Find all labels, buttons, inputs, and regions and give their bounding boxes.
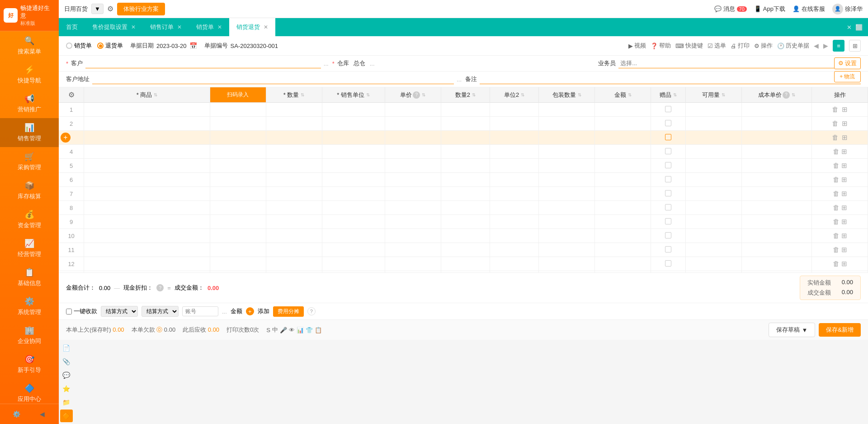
customer-dots[interactable]: ...	[324, 60, 329, 67]
amount-cell-2[interactable]	[595, 117, 651, 131]
sidebar-item-inventory[interactable]: 📦 库存核算	[0, 176, 59, 205]
gift-checkbox-3[interactable]	[665, 134, 671, 140]
price-cell-3[interactable]	[385, 131, 441, 145]
qty2-cell-1[interactable]	[441, 103, 490, 117]
product-cell-2[interactable]	[84, 117, 210, 131]
tool-icon-7[interactable]: 📋	[315, 327, 322, 333]
copy-row-9-btn[interactable]: ⊞	[840, 217, 848, 227]
delete-row-4-btn[interactable]: 🗑	[832, 147, 840, 156]
qty2-cell-3[interactable]	[441, 131, 490, 145]
tab-home[interactable]: 首页	[59, 18, 85, 36]
footer-settings-btn[interactable]: ⚙️	[10, 408, 23, 420]
pack-qty-cell-1[interactable]	[539, 103, 595, 117]
delete-row-6-btn[interactable]: 🗑	[832, 175, 840, 184]
tab-sales-bill[interactable]: 销货单 ✕	[189, 18, 229, 36]
price-cell-2[interactable]	[385, 117, 441, 131]
sidebar-item-basic[interactable]: 📋 基础信息	[0, 263, 59, 292]
payment-method-select[interactable]: 结算方式	[101, 306, 138, 317]
delete-row-9-btn[interactable]: 🗑	[832, 217, 840, 226]
copy-row-6-btn[interactable]: ⊞	[840, 175, 848, 185]
sidebar-item-sales[interactable]: 📊 销售管理	[0, 118, 59, 147]
tool-icon-1[interactable]: S	[266, 327, 270, 333]
fee-help-btn[interactable]: ?	[307, 307, 316, 315]
add-row-btn[interactable]: +	[61, 133, 71, 143]
amount-cell-3[interactable]	[595, 131, 651, 145]
copy-row-8-btn[interactable]: ⊞	[840, 203, 848, 213]
sidebar-item-enterprise[interactable]: 🏢 企业协同	[0, 321, 59, 350]
discount-help-icon[interactable]: ?	[156, 284, 164, 291]
copy-row-7-btn[interactable]: ⊞	[840, 189, 848, 199]
fee-split-btn[interactable]: 费用分摊	[273, 306, 304, 317]
delete-row-5-btn[interactable]: 🗑	[832, 161, 840, 170]
scan-btn[interactable]: 扫码录入	[223, 90, 252, 100]
payment-dots[interactable]: ...	[222, 308, 227, 315]
sidebar-item-marketing[interactable]: 📢 营销推广	[0, 89, 59, 118]
save-new-btn[interactable]: 保存&新增	[819, 323, 861, 337]
shortcut-btn[interactable]: ⌨ 快捷键	[675, 42, 703, 50]
sidebar-item-newuser[interactable]: 🎯 新手引导	[0, 350, 59, 379]
delete-row-12-btn[interactable]: 🗑	[832, 259, 840, 268]
sale-unit-cell-3[interactable]	[322, 131, 385, 145]
delete-row-8-btn[interactable]: 🗑	[832, 203, 840, 212]
unit2-cell-3[interactable]	[490, 131, 539, 145]
tab-close-sales-bill[interactable]: ✕	[217, 24, 222, 30]
sidebar-item-finance[interactable]: 💰 资金管理	[0, 205, 59, 234]
copy-row-11-btn[interactable]: ⊞	[840, 245, 848, 255]
history-btn[interactable]: 🕐 历史单据	[777, 42, 809, 50]
sale-unit-cell-2[interactable]	[322, 117, 385, 131]
view-grid-btn[interactable]: ⊞	[849, 40, 861, 52]
online-service-btn[interactable]: 👤 在线客服	[793, 5, 825, 13]
help-btn[interactable]: ❓ 帮助	[651, 42, 671, 50]
price-help-icon[interactable]: ?	[413, 91, 420, 99]
sidebar-item-apps[interactable]: 🔷 应用中心	[0, 379, 59, 404]
app-download-btn[interactable]: 📱 App下载	[754, 5, 785, 13]
qty2-cell-2[interactable]	[441, 117, 490, 131]
col-settings-btn[interactable]: ⚙	[68, 91, 75, 99]
copy-row-5-btn[interactable]: ⊞	[840, 161, 848, 171]
cost-price-help-icon[interactable]: ?	[783, 91, 790, 99]
footer-collapse-btn[interactable]: ◀	[36, 408, 49, 420]
copy-row-1-btn[interactable]: ⊞	[841, 105, 849, 114]
gift-checkbox-1[interactable]	[665, 106, 671, 112]
delete-row-2-btn[interactable]: 🗑	[831, 119, 840, 128]
tool-icon-6[interactable]: 👕	[306, 327, 313, 333]
float-btn-6[interactable]: 🔶	[60, 410, 73, 422]
radio-return[interactable]: 退货单	[97, 42, 123, 50]
gift-checkbox-2[interactable]	[665, 120, 671, 126]
experience-btn[interactable]: 体验行业方案	[117, 3, 165, 15]
product-input-3[interactable]	[86, 134, 208, 141]
tab-close-price-extract[interactable]: ✕	[131, 24, 136, 30]
nav-prev-btn[interactable]: ◀	[814, 42, 819, 49]
delete-row-11-btn[interactable]: 🗑	[832, 245, 840, 254]
tab-close-sales-return[interactable]: ✕	[264, 24, 268, 30]
operate-btn[interactable]: ⚙ 操作	[754, 42, 773, 50]
unit2-cell-2[interactable]	[490, 117, 539, 131]
product-cell-3[interactable]	[84, 131, 210, 145]
tool-icon-2[interactable]: 中	[272, 326, 278, 334]
add-payment-btn[interactable]: +	[246, 307, 254, 315]
amount-cell-1[interactable]	[595, 103, 651, 117]
message-btn[interactable]: 💬 消息 70	[714, 5, 747, 13]
float-btn-4[interactable]: ⭐	[60, 382, 73, 395]
radio-sale[interactable]: 销货单	[66, 42, 92, 50]
float-btn-2[interactable]: 📎	[60, 355, 73, 368]
product-cell-1[interactable]	[84, 103, 210, 117]
sale-unit-cell-1[interactable]	[322, 103, 385, 117]
delete-row-10-btn[interactable]: 🗑	[832, 231, 840, 240]
copy-row-4-btn[interactable]: ⊞	[840, 147, 848, 157]
float-btn-1[interactable]: 📄	[60, 342, 73, 354]
copy-row-10-btn[interactable]: ⊞	[840, 231, 848, 241]
price-cell-1[interactable]	[385, 103, 441, 117]
tab-sales-order[interactable]: 销售订单 ✕	[143, 18, 189, 36]
unit2-cell-1[interactable]	[490, 103, 539, 117]
copy-row-12-btn[interactable]: ⊞	[840, 259, 848, 269]
category-dropdown[interactable]: ▼	[91, 4, 104, 14]
sidebar-item-purchase[interactable]: 🛒 采购管理	[0, 147, 59, 176]
sidebar-item-search[interactable]: 🔍 搜索菜单	[0, 31, 59, 60]
calendar-icon[interactable]: 📅	[189, 42, 197, 49]
warehouse-dots[interactable]: ...	[370, 60, 375, 67]
topbar-settings-btn[interactable]: ⚙	[107, 5, 113, 13]
sidebar-item-operations[interactable]: 📈 经营管理	[0, 234, 59, 263]
delete-row-7-btn[interactable]: 🗑	[832, 189, 840, 198]
select-btn[interactable]: ☑ 选单	[708, 42, 726, 50]
